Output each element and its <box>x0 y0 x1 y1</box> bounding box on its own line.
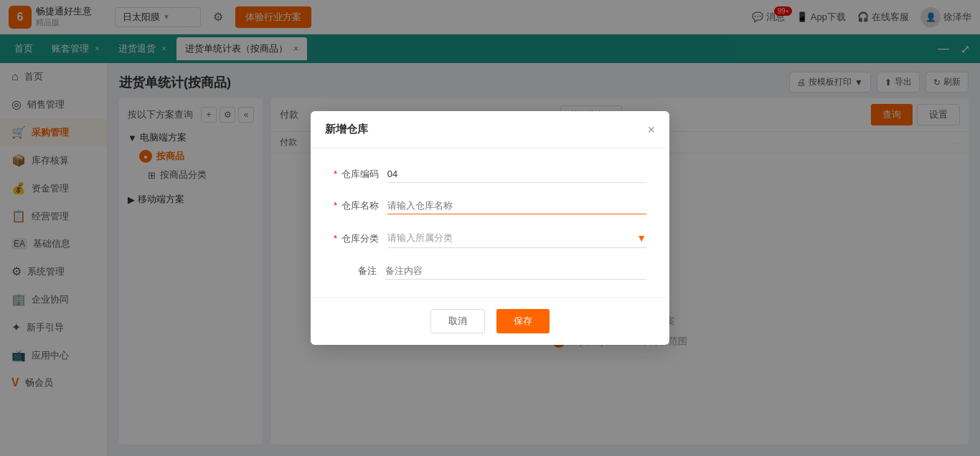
name-label: * 仓库名称 <box>334 199 379 212</box>
name-input[interactable] <box>387 197 646 214</box>
code-input[interactable] <box>387 166 646 183</box>
modal-header: 新增仓库 × <box>311 111 669 148</box>
new-warehouse-modal: 新增仓库 × * 仓库编码 * 仓库名称 <box>311 111 669 345</box>
modal-close-button[interactable]: × <box>647 123 655 136</box>
category-placeholder: 请输入所属分类 <box>387 232 453 244</box>
form-row-code: * 仓库编码 <box>334 166 646 183</box>
modal-overlay[interactable]: 新增仓库 × * 仓库编码 * 仓库名称 <box>0 0 980 456</box>
form-row-note: 备注 <box>334 262 646 280</box>
modal-title: 新增仓库 <box>325 123 368 136</box>
note-label: 备注 <box>334 265 377 277</box>
category-label: * 仓库分类 <box>334 232 379 245</box>
save-button[interactable]: 保存 <box>496 309 550 333</box>
form-row-name: * 仓库名称 <box>334 197 646 214</box>
category-arrow-icon: ▼ <box>636 232 646 244</box>
note-input[interactable] <box>385 262 646 280</box>
form-row-category: * 仓库分类 请输入所属分类 ▼ <box>334 229 646 248</box>
code-label: * 仓库编码 <box>334 168 379 181</box>
cancel-button[interactable]: 取消 <box>430 309 485 333</box>
category-select[interactable]: 请输入所属分类 ▼ <box>387 229 646 248</box>
modal-body: * 仓库编码 * 仓库名称 * 仓库分类 请输入所属 <box>311 148 669 297</box>
modal-footer: 取消 保存 <box>311 297 669 345</box>
